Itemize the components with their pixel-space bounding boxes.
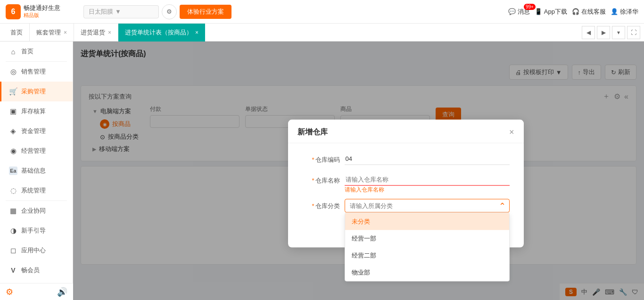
online-service-label: 在线客服 bbox=[581, 8, 606, 16]
dropdown-item-dept3[interactable]: 物业部 bbox=[345, 264, 509, 281]
sidebar-item-operation[interactable]: ◉ 经营管理 bbox=[0, 141, 73, 161]
modal-close-button[interactable]: × bbox=[509, 127, 514, 137]
tab-accounts[interactable]: 账套管理 × bbox=[30, 24, 74, 42]
basicinfo-icon: Ea bbox=[9, 167, 17, 175]
name-error-msg: 请输入仓库名称 bbox=[345, 186, 384, 194]
sidebar-item-enterprise[interactable]: ▦ 企业协同 bbox=[0, 201, 73, 221]
modal-title: 新增仓库 bbox=[297, 127, 328, 137]
headset-icon: 🎧 bbox=[572, 8, 579, 15]
sidebar: ⌂ 首页 ◎ 销售管理 🛒 采购管理 ▣ 库存核算 ◈ 资金管理 ◉ 经营管理 … bbox=[0, 42, 73, 300]
modal-body: 仓库编码 仓库名称 请输入仓库名称 仓库分类 ⌃ bbox=[288, 143, 524, 222]
category-input[interactable] bbox=[345, 199, 510, 213]
header-search: 日太阳膜 ▼ ⚙ 体验行业方案 bbox=[79, 4, 508, 19]
form-label-category: 仓库分类 bbox=[302, 199, 345, 210]
phone-icon: 📱 bbox=[535, 8, 542, 15]
tab-accounts-close[interactable]: × bbox=[64, 29, 67, 36]
member-icon: V bbox=[9, 266, 17, 275]
logo-name: 畅捷通好生意 bbox=[24, 4, 60, 12]
sidebar-item-purchase[interactable]: 🛒 采购管理 bbox=[0, 82, 73, 101]
form-label-name: 仓库名称 bbox=[302, 174, 345, 185]
tab-scroll-right[interactable]: ▶ bbox=[597, 26, 610, 39]
logo-sub: 精品版 bbox=[24, 12, 60, 19]
enterprise-icon: ▦ bbox=[9, 207, 17, 215]
dropdown-item-none[interactable]: 未分类 bbox=[345, 213, 509, 230]
code-input[interactable] bbox=[345, 153, 510, 165]
notification-bell[interactable]: 💬 消息 99+ bbox=[508, 8, 530, 16]
user-name: 徐泽华 bbox=[620, 8, 638, 16]
online-service-btn[interactable]: 🎧 在线客服 bbox=[572, 8, 606, 16]
form-row-name: 仓库名称 请输入仓库名称 bbox=[302, 174, 510, 186]
modal-header: 新增仓库 × bbox=[288, 120, 524, 143]
app-logo-icon: 6 bbox=[6, 4, 21, 19]
user-avatar-icon: 👤 bbox=[611, 8, 618, 15]
header-right: 💬 消息 99+ 📱 App下载 🎧 在线客服 👤 徐泽华 bbox=[508, 8, 638, 16]
sidebar-item-inventory[interactable]: ▣ 库存核算 bbox=[0, 101, 73, 121]
sidebar-bottom-bar: ⚙ 🔊 bbox=[0, 283, 73, 300]
tab-home-label: 首页 bbox=[10, 28, 23, 37]
app-download-label: App下载 bbox=[544, 8, 567, 16]
sidebar-member-label: 畅会员 bbox=[21, 266, 40, 275]
settings-icon-btn[interactable]: ⚙ bbox=[162, 4, 177, 19]
sidebar-item-sales[interactable]: ◎ 销售管理 bbox=[0, 62, 73, 82]
category-dropdown-list: 未分类 经营一部 经营二部 物业部 bbox=[345, 213, 510, 282]
sidebar-sales-label: 销售管理 bbox=[21, 67, 46, 76]
tab-accounts-label: 账套管理 bbox=[36, 28, 61, 37]
new-warehouse-modal: 新增仓库 × 仓库编码 仓库名称 请输入仓库名称 bbox=[288, 120, 524, 248]
tab-purchase-stats-label: 进货单统计表（按商品） bbox=[125, 28, 192, 37]
sidebar-inventory-label: 库存核算 bbox=[21, 107, 46, 116]
gear-icon: ⚙ bbox=[166, 8, 172, 15]
sidebar-enterprise-label: 企业协同 bbox=[21, 207, 46, 215]
purchase-icon: 🛒 bbox=[9, 87, 17, 96]
home-icon: ⌂ bbox=[9, 47, 17, 56]
tab-scroll-left[interactable]: ◀ bbox=[582, 26, 595, 39]
finance-icon: ◈ bbox=[9, 127, 17, 135]
trial-button[interactable]: 体验行业方案 bbox=[180, 5, 231, 19]
tab-menu[interactable]: ▾ bbox=[612, 26, 625, 39]
search-box[interactable]: 日太阳膜 ▼ bbox=[83, 5, 159, 18]
logo-area: 6 畅捷通好生意 精品版 bbox=[6, 4, 79, 19]
sidebar-home-label: 首页 bbox=[21, 47, 33, 56]
sidebar-basicinfo-label: 基础信息 bbox=[21, 167, 46, 175]
sidebar-bottom-sound-icon[interactable]: 🔊 bbox=[57, 287, 67, 297]
guide-icon: ◑ bbox=[9, 226, 17, 235]
user-menu[interactable]: 👤 徐泽华 bbox=[611, 8, 638, 16]
system-icon: ◌ bbox=[9, 186, 17, 195]
operation-icon: ◉ bbox=[9, 147, 17, 155]
tab-purchase-stats-close[interactable]: × bbox=[195, 29, 198, 36]
sidebar-item-appcenter[interactable]: ◻ 应用中心 bbox=[0, 241, 73, 260]
form-row-code: 仓库编码 bbox=[302, 153, 510, 165]
search-value: 日太阳膜 bbox=[89, 8, 113, 16]
sidebar-purchase-label: 采购管理 bbox=[21, 87, 46, 96]
sidebar-item-finance[interactable]: ◈ 资金管理 bbox=[0, 121, 73, 141]
tab-home[interactable]: 首页 bbox=[4, 24, 30, 42]
name-input[interactable] bbox=[345, 174, 510, 186]
sidebar-item-system[interactable]: ◌ 系统管理 bbox=[0, 181, 73, 200]
tab-controls: ◀ ▶ ▾ ⛶ bbox=[582, 26, 640, 39]
sidebar-system-label: 系统管理 bbox=[21, 186, 46, 195]
sidebar-item-home[interactable]: ⌂ 首页 bbox=[0, 42, 73, 61]
sales-icon: ◎ bbox=[9, 67, 17, 76]
category-select-wrapper: ⌃ 未分类 经营一部 经营二部 物业部 bbox=[345, 199, 510, 213]
top-header: 6 畅捷通好生意 精品版 日太阳膜 ▼ ⚙ 体验行业方案 💬 消息 99+ 📱 … bbox=[0, 0, 644, 24]
main-layout: ⌂ 首页 ◎ 销售管理 🛒 采购管理 ▣ 库存核算 ◈ 资金管理 ◉ 经营管理 … bbox=[0, 42, 644, 300]
dropdown-item-dept2[interactable]: 经营二部 bbox=[345, 247, 509, 264]
tab-fullscreen[interactable]: ⛶ bbox=[627, 26, 640, 39]
sidebar-item-guide[interactable]: ◑ 新手引导 bbox=[0, 221, 73, 241]
notification-badge: 99+ bbox=[524, 4, 536, 10]
sidebar-item-basicinfo[interactable]: Ea 基础信息 bbox=[0, 161, 73, 181]
tab-purchase-return-close[interactable]: × bbox=[108, 29, 111, 36]
dropdown-item-dept1[interactable]: 经营一部 bbox=[345, 230, 509, 247]
app-download-btn[interactable]: 📱 App下载 bbox=[535, 8, 567, 16]
logo-text-block: 畅捷通好生意 精品版 bbox=[24, 4, 60, 19]
bell-icon: 💬 bbox=[508, 8, 516, 15]
sidebar-item-member[interactable]: V 畅会员 bbox=[0, 260, 73, 280]
tab-purchase-stats[interactable]: 进货单统计表（按商品） × bbox=[118, 24, 205, 42]
form-row-category: 仓库分类 ⌃ 未分类 经营一部 经营二部 物业部 bbox=[302, 199, 510, 213]
content-area: 进货单统计(按商品) 🖨 按模板打印 ▼ ↑ 导出 ↻ 刷新 bbox=[73, 42, 644, 300]
tab-purchase-return-label: 进货退货 bbox=[81, 28, 105, 37]
sidebar-bottom-settings-icon[interactable]: ⚙ bbox=[6, 287, 13, 297]
tab-bar: 首页 账套管理 × 进货退货 × 进货单统计表（按商品） × ◀ ▶ ▾ ⛶ bbox=[0, 24, 644, 42]
search-dropdown-icon[interactable]: ▼ bbox=[115, 8, 121, 15]
tab-purchase-return[interactable]: 进货退货 × bbox=[74, 24, 118, 42]
appcenter-icon: ◻ bbox=[9, 246, 17, 255]
